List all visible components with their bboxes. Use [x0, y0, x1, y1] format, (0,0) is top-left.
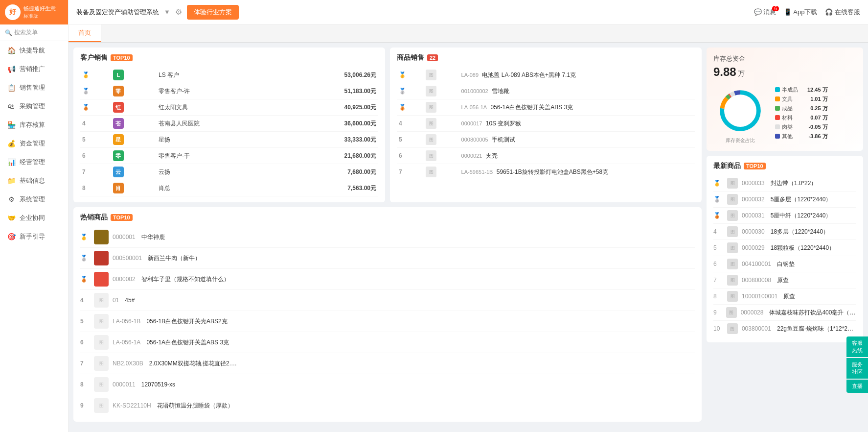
sidebar-logo: 好 畅捷通好生意 标准版 — [0, 0, 68, 24]
dropdown-arrow-icon[interactable]: ▼ — [164, 8, 170, 16]
legend-value: 0.25 万 — [806, 105, 827, 112]
sidebar-item-inventory[interactable]: 🏪 库存核算 — [0, 116, 68, 134]
inventory-unit: 万 — [738, 70, 745, 77]
sidebar-item-label: 基础信息 — [20, 176, 45, 185]
tab-home[interactable]: 首页 — [69, 24, 101, 42]
legend-dot — [775, 87, 780, 92]
hot-product-name: 中华神鹿 — [141, 233, 165, 241]
hot-rank-num: 🥉 — [80, 276, 90, 283]
customer-rank-row: 4 苍 苍南县人民医院 36,600.00元 — [80, 116, 378, 132]
hot-top10-badge: TOP10 — [111, 214, 133, 221]
search-menu[interactable]: 🔍 搜索菜单 — [0, 24, 68, 41]
prod-icon-cell: 图 — [424, 67, 459, 83]
customer-name: 苍南县人民医院 — [157, 116, 280, 132]
new-rank-num: 🥉 — [713, 212, 723, 219]
new-product-code: 0000029 — [742, 244, 765, 251]
sidebar-item-label: 营销推广 — [20, 65, 45, 73]
hot-product-item: 🥇 0000001 中华神鹿 — [80, 227, 695, 248]
hot-product-item: 🥈 000500001 新西兰牛肉（新牛） — [80, 248, 695, 269]
new-product-thumb: 图 — [727, 259, 738, 269]
page-tabs: 首页 — [69, 24, 868, 43]
new-product-code: 0000028 — [741, 309, 764, 316]
sidebar-item-purchase[interactable]: 🛍 采购管理 — [0, 97, 68, 116]
new-product-item: 8 图 10000100001 原查 — [713, 288, 856, 305]
sidebar-item-operation[interactable]: 📊 经营管理 — [0, 153, 68, 171]
legend-dot — [775, 115, 780, 120]
sidebar-item-system[interactable]: ⚙ 系统管理 — [0, 190, 68, 209]
hot-product-thumb: 图 — [94, 398, 109, 413]
float-service-live[interactable]: 直播 — [846, 380, 868, 393]
rank-number: 7 — [80, 164, 111, 180]
new-product-code: 003800001 — [742, 325, 771, 332]
new-products-label: 最新商品 — [713, 162, 741, 170]
rank-badge-cell: 星 — [111, 132, 157, 148]
new-product-item: 🥇 图 0000033 封边带（1.0*22） — [713, 175, 856, 192]
product-rank-row: 7 图 LA-59651-1B 59651-1B旋转投影灯电池盒ABS黑色+58… — [397, 164, 695, 180]
prod-info: 0000021 夹壳 — [459, 148, 695, 164]
marketing-icon: 📢 — [7, 65, 16, 73]
float-service-hotline[interactable]: 客服热线 — [846, 336, 868, 357]
customer-name: 云扬 — [157, 164, 280, 180]
hot-product-name: 智利车子里（规格不知道填什么） — [141, 275, 229, 284]
sidebar-item-finance[interactable]: 💰 资金管理 — [0, 134, 68, 153]
sidebar-item-quick-nav[interactable]: 🏠 快捷导航 — [0, 41, 68, 60]
legend-item: 成品 0.25 万 — [775, 105, 828, 112]
new-product-thumb: 图 — [727, 226, 738, 237]
donut-chart: 库存资金占比 — [713, 84, 767, 144]
product-ranking-title: 商品销售 22 — [397, 53, 695, 62]
legend-label: 材料 — [782, 114, 801, 121]
message-count: 6 — [772, 6, 779, 11]
rank-badge-cell: 云 — [111, 164, 157, 180]
legend-label: 半成品 — [782, 86, 801, 94]
hot-product-item: 4 图 01 45# — [80, 290, 695, 311]
hot-products-label: 热销商品 — [80, 213, 108, 222]
rank-badge-cell: 零 — [111, 148, 157, 164]
new-rank-num: 7 — [713, 277, 723, 284]
new-rank-num: 🥈 — [713, 196, 723, 203]
trial-button[interactable]: 体验行业方案 — [187, 5, 239, 20]
inventory-amount: 9.88 — [713, 65, 736, 78]
new-product-thumb: 图 — [726, 307, 737, 318]
sidebar-item-sales[interactable]: 📋 销售管理 — [0, 78, 68, 97]
legend-label: 其他 — [782, 133, 801, 140]
hot-rank-num: 5 — [80, 318, 90, 325]
legend-value: 0.07 万 — [806, 114, 827, 121]
operation-icon: 📊 — [7, 158, 16, 166]
settings-icon[interactable]: ⚙ — [175, 7, 182, 17]
sidebar-nav: 🏠 快捷导航 📢 营销推广 📋 销售管理 🛍 采购管理 🏪 库存核算 💰 资金管… — [0, 41, 68, 432]
customer-rank-row: 8 肖 肖总 7,563.00元 — [80, 180, 378, 196]
prod-icon-cell: 图 — [424, 132, 459, 148]
inventory-icon: 🏪 — [7, 121, 16, 129]
sidebar-item-company[interactable]: 🤝 企业协同 — [0, 209, 68, 227]
prod-icon-cell: 图 — [424, 83, 459, 99]
app-download[interactable]: 📱 App下载 — [784, 8, 817, 17]
sidebar-item-marketing[interactable]: 📢 营销推广 — [0, 60, 68, 78]
company-icon: 🤝 — [7, 214, 16, 222]
guide-icon: 🎯 — [7, 233, 16, 240]
hot-product-item: 8 图 0000011 12070519-xs — [80, 374, 695, 395]
new-product-name: 22g鱼豆腐-烧烤味（1*12*20） — [777, 325, 856, 333]
rank-number: 🥉 — [80, 99, 111, 116]
content-area: 客户销售 TOP10 🥇 L LS 客户 53,006.26元 🥈 零 零售客户… — [69, 43, 868, 432]
hot-product-code: 0000002 — [113, 276, 136, 283]
hot-product-item: 9 图 KK-SD22110H 花语萌恒温分腿睡袋（厚款） — [80, 395, 695, 416]
message-badge[interactable]: 💬 6 消息 — [754, 8, 777, 17]
inventory-panel: 库存总资金 9.88 万 库存资金占比 — [707, 48, 863, 151]
sidebar-item-guide[interactable]: 🎯 新手引导 — [0, 227, 68, 246]
online-service[interactable]: 🎧 在线客服 — [825, 8, 860, 17]
hot-product-code: 000500001 — [113, 255, 142, 262]
prod-icon-cell: 图 — [424, 116, 459, 132]
prod-info: LA-59651-1B 59651-1B旋转投影灯电池盒ABS黑色+58克 — [459, 164, 695, 180]
new-product-thumb: 图 — [727, 291, 738, 302]
new-product-item: 6 图 004100001 白钢垫 — [713, 256, 856, 272]
prod-rank-num: 🥈 — [397, 83, 424, 99]
sidebar-item-label: 企业协同 — [20, 214, 45, 222]
new-product-name: 5厘多层（1220*2440） — [771, 195, 832, 204]
hot-product-thumb: 图 — [94, 356, 109, 371]
search-icon: 🔍 — [5, 29, 12, 36]
new-products-panel: 最新商品 TOP10 🥇 图 0000033 封边带（1.0*22） 🥈 图 0… — [707, 156, 863, 342]
float-service-community[interactable]: 服务社区 — [846, 358, 868, 379]
prod-rank-num: 6 — [397, 148, 424, 164]
sidebar-item-basic[interactable]: 📁 基础信息 — [0, 171, 68, 190]
headset-icon: 🎧 — [825, 8, 833, 16]
